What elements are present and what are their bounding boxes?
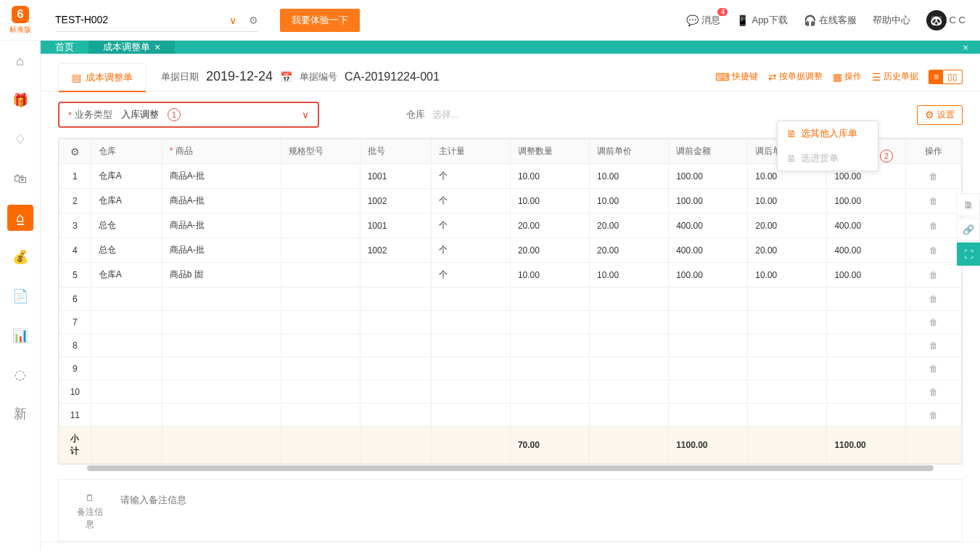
cell-post-price[interactable]: [748, 357, 827, 380]
cell-pre-amount[interactable]: 400.00: [669, 238, 748, 263]
cell-unit[interactable]: 个: [431, 164, 510, 189]
cell-qty[interactable]: [510, 287, 589, 311]
cell-warehouse[interactable]: [91, 334, 162, 357]
cell-warehouse[interactable]: 总仓: [91, 238, 162, 263]
cell-product[interactable]: 商品A-批: [162, 189, 281, 213]
settings-button[interactable]: ⚙ 设置: [917, 105, 963, 125]
cell-warehouse[interactable]: [91, 311, 162, 334]
cell-qty[interactable]: 10.00: [510, 263, 589, 287]
cell-batch[interactable]: 1002: [360, 238, 431, 263]
date-value[interactable]: 2019-12-24: [206, 69, 273, 84]
col-gear[interactable]: ⚙: [59, 139, 91, 164]
cell-post-price[interactable]: [748, 334, 827, 357]
table-row[interactable]: 8🗑: [59, 334, 962, 357]
dropdown-purchase[interactable]: 🗎 选进货单: [778, 146, 878, 171]
cell-pre-price[interactable]: [590, 311, 669, 334]
cell-post-amount[interactable]: 100.00: [827, 263, 906, 287]
cell-qty[interactable]: [510, 357, 589, 380]
chevron-down-icon[interactable]: ∨: [302, 109, 309, 121]
cell-post-amount[interactable]: [827, 334, 906, 357]
delete-icon[interactable]: 🗑: [929, 317, 938, 327]
cell-product[interactable]: [162, 404, 281, 427]
sidebar-home[interactable]: ⌂: [7, 48, 33, 74]
cell-post-price[interactable]: 20.00: [748, 238, 827, 263]
cell-qty[interactable]: [510, 334, 589, 357]
cell-qty[interactable]: 10.00: [510, 189, 589, 213]
view-list-icon[interactable]: ≡: [929, 70, 943, 83]
delete-icon[interactable]: 🗑: [929, 221, 938, 231]
cell-spec[interactable]: [281, 334, 360, 357]
view-toggle[interactable]: ≡ ▯▯: [928, 70, 963, 84]
cell-batch[interactable]: 1001: [360, 213, 431, 238]
sidebar-doc[interactable]: 📄: [7, 283, 33, 309]
cell-product[interactable]: 商品A-批: [162, 164, 281, 189]
rt-link-icon[interactable]: 🔗: [957, 218, 980, 241]
nav-help-center[interactable]: 帮助中心: [873, 14, 910, 27]
action-by-order[interactable]: ⇄按单据调整: [768, 70, 823, 83]
gear-icon[interactable]: ⚙: [249, 15, 258, 26]
cell-warehouse[interactable]: 总仓: [91, 213, 162, 238]
sidebar-diamond[interactable]: ♢: [7, 126, 33, 152]
calendar-icon[interactable]: 📅: [280, 71, 292, 83]
tab-cost-adjust[interactable]: 成本调整单 ×: [88, 41, 175, 54]
cell-product[interactable]: [162, 334, 281, 357]
action-operate[interactable]: ▦操作: [833, 70, 862, 83]
sidebar-warehouse[interactable]: ⌂̲: [7, 205, 33, 231]
cell-pre-price[interactable]: [590, 287, 669, 311]
cell-post-price[interactable]: [748, 311, 827, 334]
cell-batch[interactable]: [360, 334, 431, 357]
chevron-down-icon[interactable]: ∨: [229, 15, 236, 26]
cell-warehouse[interactable]: [91, 404, 162, 427]
close-icon[interactable]: ×: [155, 41, 160, 53]
delete-icon[interactable]: 🗑: [929, 196, 938, 206]
cell-product[interactable]: 商品A-批: [162, 238, 281, 263]
action-history[interactable]: ☰历史单据: [872, 70, 918, 83]
cell-pre-amount[interactable]: [669, 287, 748, 311]
cell-unit[interactable]: 个: [431, 263, 510, 287]
cell-pre-price[interactable]: 10.00: [590, 189, 669, 213]
cell-post-amount[interactable]: [827, 380, 906, 404]
table-row[interactable]: 11🗑: [59, 404, 962, 427]
cell-post-amount[interactable]: [827, 357, 906, 380]
table-row[interactable]: 9🗑: [59, 357, 962, 380]
cell-pre-price[interactable]: [590, 334, 669, 357]
cell-pre-amount[interactable]: [669, 404, 748, 427]
cell-pre-amount[interactable]: 100.00: [669, 263, 748, 287]
cell-unit[interactable]: [431, 380, 510, 404]
cell-qty[interactable]: 20.00: [510, 213, 589, 238]
cell-spec[interactable]: [281, 189, 360, 213]
cell-warehouse[interactable]: [91, 357, 162, 380]
cell-spec[interactable]: [281, 287, 360, 311]
table-row[interactable]: 6🗑: [59, 287, 962, 311]
cell-batch[interactable]: [360, 357, 431, 380]
delete-icon[interactable]: 🗑: [929, 387, 938, 397]
cell-batch[interactable]: 1002: [360, 189, 431, 213]
cell-batch[interactable]: [360, 404, 431, 427]
delete-icon[interactable]: 🗑: [929, 364, 938, 374]
remarks-input[interactable]: [120, 490, 947, 510]
table-row[interactable]: 4总仓商品A-批1002个20.0020.00400.0020.00400.00…: [59, 238, 962, 263]
table-row[interactable]: 3总仓商品A-批1001个20.0020.00400.0020.00400.00…: [59, 213, 962, 238]
cell-pre-price[interactable]: [590, 380, 669, 404]
cell-batch[interactable]: [360, 287, 431, 311]
view-grid-icon[interactable]: ▯▯: [943, 70, 962, 83]
cell-spec[interactable]: [281, 263, 360, 287]
cell-warehouse[interactable]: [91, 287, 162, 311]
cell-pre-amount[interactable]: 400.00: [669, 213, 748, 238]
doc-tab[interactable]: ▤ 成本调整单: [58, 63, 147, 91]
cell-qty[interactable]: 10.00: [510, 164, 589, 189]
delete-icon[interactable]: 🗑: [929, 171, 938, 181]
cell-pre-price[interactable]: 20.00: [590, 238, 669, 263]
tabs-close-all[interactable]: ×: [951, 41, 980, 54]
cell-post-price[interactable]: [748, 287, 827, 311]
cell-warehouse[interactable]: 仓库A: [91, 189, 162, 213]
cell-spec[interactable]: [281, 357, 360, 380]
cell-unit[interactable]: 个: [431, 189, 510, 213]
rt-expand-icon[interactable]: ⛶: [957, 242, 980, 266]
cell-unit[interactable]: 个: [431, 238, 510, 263]
company-select[interactable]: ∨ ⚙: [55, 9, 258, 32]
biz-type-select[interactable]: * 业务类型 入库调整 1 ∨: [58, 102, 319, 128]
table-row[interactable]: 10🗑: [59, 380, 962, 404]
dropdown-other-inbound[interactable]: 🗎 选其他入库单: [778, 121, 878, 146]
delete-icon[interactable]: 🗑: [929, 270, 938, 280]
